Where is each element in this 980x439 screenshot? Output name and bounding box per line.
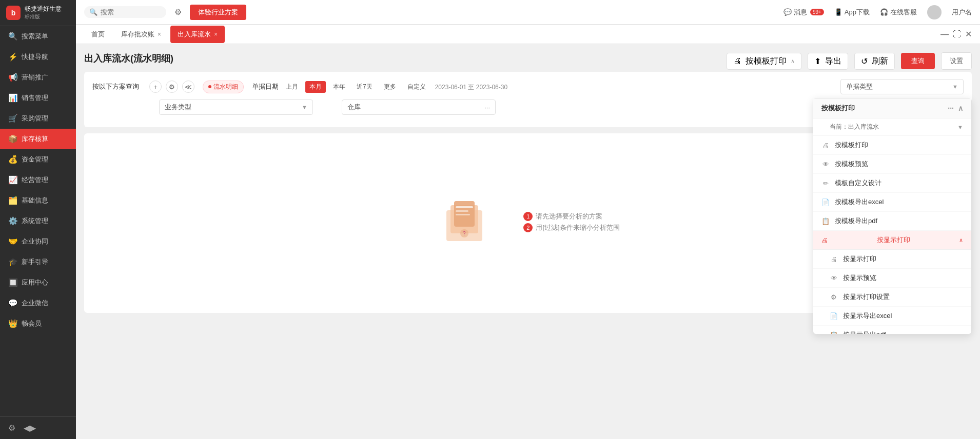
tab-home[interactable]: 首页 xyxy=(84,26,112,43)
search-input[interactable] xyxy=(101,8,152,16)
sidebar-item-search[interactable]: 🔍 搜索菜单 xyxy=(0,26,76,47)
sidebar-item-guide[interactable]: 🎓 新手引导 xyxy=(0,252,76,272)
date-opt-this-year[interactable]: 本年 xyxy=(329,81,349,93)
sidebar-item-finance[interactable]: 💰 资金管理 xyxy=(0,149,76,170)
dropdown-more-icon[interactable]: ··· xyxy=(948,104,954,112)
empty-tips-list: 1 请先选择要分析的方案 2 用[过滤]条件来缩小分析范围 xyxy=(523,212,619,234)
system-icon: ⚙️ xyxy=(8,216,17,226)
filter-dot xyxy=(208,85,211,88)
date-opt-custom[interactable]: 自定义 xyxy=(403,81,430,93)
tab-batch-account-close[interactable]: × xyxy=(158,31,161,38)
sidebar: b 畅捷通好生意 标准版 🔍 搜索菜单 ⚡ 快捷导航 📢 营销推广 📊 销售管理… xyxy=(0,0,76,439)
svg-rect-4 xyxy=(456,210,468,212)
sidebar-item-vip[interactable]: 👑 畅会员 xyxy=(0,313,76,334)
dropdown-template-custom-label: 模板自定义设计 xyxy=(835,178,881,188)
trial-button[interactable]: 体验行业方案 xyxy=(190,5,246,20)
query-button[interactable]: 查询 xyxy=(901,53,935,69)
settings-filter-button[interactable]: ⚙ xyxy=(166,81,178,93)
settings-bottom-icon[interactable]: ⚙ xyxy=(8,423,15,433)
dropdown-template-export-pdf[interactable]: 📋 按模板导出pdf xyxy=(813,212,971,231)
date-opt-this-month[interactable]: 本月 xyxy=(305,81,326,93)
dropdown-display-preview[interactable]: 👁 按显示预览 xyxy=(813,269,971,288)
date-opt-more[interactable]: 更多 xyxy=(380,81,400,93)
sidebar-item-label: 应用中心 xyxy=(22,278,48,287)
dropdown-display-group-header[interactable]: 🖨 按显示打印 ∧ xyxy=(813,231,971,250)
sidebar-bottom: ⚙ ◀▶ xyxy=(0,416,76,439)
online-service-button[interactable]: 🎧 在线客服 xyxy=(880,8,917,17)
enterprise-icon: 🤝 xyxy=(8,237,17,246)
display-settings-icon: ⚙ xyxy=(830,293,838,301)
warehouse-label: 仓库 xyxy=(347,103,361,112)
finance-icon: 💰 xyxy=(8,155,17,164)
chevron-down-current-icon: ▼ xyxy=(957,124,963,130)
tab-inout-flow-close[interactable]: × xyxy=(214,31,218,38)
refresh-button[interactable]: ↺ 刷新 xyxy=(854,53,895,70)
toggle-sidebar-icon[interactable]: ◀▶ xyxy=(24,423,36,433)
tab-batch-account[interactable]: 库存批次账 × xyxy=(114,26,168,43)
sidebar-item-purchase[interactable]: 🛒 采购管理 xyxy=(0,108,76,129)
preview-icon: 👁 xyxy=(821,160,830,168)
tabs-bar: 首页 库存批次账 × 出入库流水 × — ⛶ ✕ xyxy=(76,25,980,44)
date-filter-label: 单据日期 xyxy=(252,82,279,91)
sidebar-item-operations[interactable]: 📈 经营管理 xyxy=(0,170,76,190)
empty-tip-1: 1 请先选择要分析的方案 xyxy=(523,212,619,221)
date-opt-last-7[interactable]: 近7天 xyxy=(352,81,377,93)
search-icon: 🔍 xyxy=(89,8,97,16)
dropdown-template-print[interactable]: 🖨 按模板打印 xyxy=(813,136,971,155)
biz-type-select[interactable]: 业务类型 ▼ xyxy=(159,99,313,115)
add-filter-button[interactable]: + xyxy=(149,81,162,93)
refresh-label: 刷新 xyxy=(872,56,888,67)
sidebar-item-label: 库存核算 xyxy=(22,134,48,144)
dropdown-header: 按模板打印 ··· ∧ xyxy=(813,98,971,118)
tab-inout-flow-label: 出入库流水 xyxy=(178,30,211,39)
date-opt-last-month[interactable]: 上月 xyxy=(282,81,302,93)
dropdown-display-export-excel[interactable]: 📄 按显示导出excel xyxy=(813,307,971,326)
sidebar-item-enterprise[interactable]: 🤝 企业协同 xyxy=(0,231,76,252)
sidebar-item-quick-nav[interactable]: ⚡ 快捷导航 xyxy=(0,47,76,67)
message-button[interactable]: 💬 消息 99+ xyxy=(783,8,824,17)
dropdown-template-preview-label: 按模板预览 xyxy=(835,159,868,169)
sidebar-item-apps[interactable]: 🔲 应用中心 xyxy=(0,272,76,293)
sidebar-item-marketing[interactable]: 📢 营销推广 xyxy=(0,67,76,88)
dropdown-chevron-up-icon[interactable]: ∧ xyxy=(958,104,963,112)
active-filter-tag[interactable]: 流水明细 xyxy=(203,81,244,93)
display-excel-icon: 📄 xyxy=(830,312,838,320)
settings-button[interactable]: 设置 xyxy=(941,52,972,70)
apps-icon: 🔲 xyxy=(8,278,17,287)
close-window-icon[interactable]: ✕ xyxy=(965,29,972,39)
dropdown-display-group-label: 按显示打印 xyxy=(877,235,910,245)
dropdown-display-print-settings[interactable]: ⚙ 按显示打印设置 xyxy=(813,288,971,307)
tip-text-1: 请先选择要分析的方案 xyxy=(536,212,602,221)
app-download-button[interactable]: 📱 App下载 xyxy=(834,8,870,17)
topbar-search-box[interactable]: 🔍 xyxy=(84,6,166,18)
dropdown-display-export-pdf[interactable]: 📋 按显示导出pdf xyxy=(813,326,971,334)
dropdown-template-preview[interactable]: 👁 按模板预览 xyxy=(813,155,971,174)
dropdown-template-export-excel[interactable]: 📄 按模板导出excel xyxy=(813,193,971,212)
sidebar-item-wechat[interactable]: 💬 企业微信 xyxy=(0,293,76,313)
display-print-icon: 🖨 xyxy=(830,255,838,263)
sidebar-item-basic[interactable]: 🗂️ 基础信息 xyxy=(0,190,76,211)
maximize-icon[interactable]: ⛶ xyxy=(953,30,961,39)
sidebar-item-system[interactable]: ⚙️ 系统管理 xyxy=(0,211,76,231)
topbar: 🔍 ⚙ 体验行业方案 💬 消息 99+ 📱 App下载 🎧 在线客服 用户名 xyxy=(76,0,980,25)
dropdown-display-export-pdf-label: 按显示导出pdf xyxy=(843,330,886,334)
tab-inout-flow[interactable]: 出入库流水 × xyxy=(170,26,225,43)
dropdown-display-print[interactable]: 🖨 按显示打印 xyxy=(813,250,971,269)
template-print-button[interactable]: 🖨 按模板打印 ∧ xyxy=(727,53,801,70)
sidebar-item-label: 快捷导航 xyxy=(22,52,48,62)
display-pdf-icon: 📋 xyxy=(830,331,838,334)
warehouse-select[interactable]: 仓库 ··· xyxy=(342,99,496,115)
minimize-icon[interactable]: — xyxy=(940,30,949,39)
date-filter: 单据日期 上月 本月 本年 近7天 更多 自定义 2023-06-01 至 20… xyxy=(252,81,822,93)
sidebar-item-inventory[interactable]: 📦 库存核算 xyxy=(0,129,76,149)
export-button[interactable]: ⬆ 导出 xyxy=(808,53,848,70)
dropdown-template-custom[interactable]: ✏ 模板自定义设计 xyxy=(813,174,971,193)
doc-type-select[interactable]: 单据类型 ▼ xyxy=(840,79,964,94)
collapse-filter-button[interactable]: ≪ xyxy=(182,81,194,93)
sidebar-item-sales[interactable]: 📊 销售管理 xyxy=(0,88,76,108)
svg-text:?: ? xyxy=(463,231,466,236)
basic-icon: 🗂️ xyxy=(8,196,17,205)
user-avatar[interactable] xyxy=(927,5,942,19)
sidebar-item-label: 资金管理 xyxy=(22,155,48,164)
settings-icon[interactable]: ⚙ xyxy=(174,7,182,17)
